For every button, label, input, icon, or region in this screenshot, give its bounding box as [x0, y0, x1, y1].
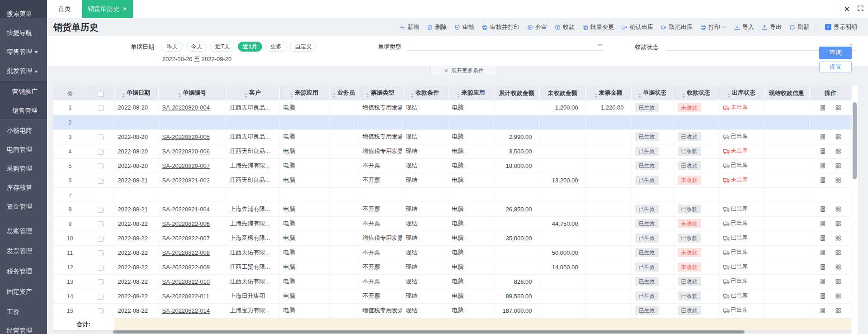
doc-code-link[interactable]: SA-20220820-004	[162, 104, 210, 111]
sort-icon[interactable]	[638, 93, 641, 98]
column-header-收款状态[interactable]: 收款状态	[674, 86, 719, 100]
table-row[interactable]: 102022-08-22SA-20220822-007上海爱枫有限...电脑增值…	[53, 231, 852, 245]
column-header-票据类型[interactable]: 票据类型	[359, 86, 402, 100]
table-row[interactable]: 122022-08-22SA-20220822-009江西工贸有限...电脑不开…	[53, 260, 852, 274]
toolbar-confirm-outbound-button[interactable]: 确认出库	[622, 23, 653, 31]
column-header-来源应用[interactable]: 来源应用	[279, 86, 329, 100]
sidebar-item-营销推广[interactable]: 营销推广	[0, 86, 47, 97]
apps-icon[interactable]	[835, 220, 841, 227]
doc-code-link[interactable]: SA-20220822-006	[162, 220, 210, 227]
horizontal-scrollbar[interactable]	[113, 330, 745, 334]
row-checkbox[interactable]	[98, 221, 104, 227]
doc-search-icon[interactable]	[820, 134, 826, 140]
column-settings-header[interactable]	[53, 86, 87, 100]
fullscreen-icon[interactable]	[858, 5, 863, 13]
apps-icon[interactable]	[835, 278, 841, 285]
tab-home[interactable]: 首页	[47, 0, 82, 18]
vertical-scrollbar[interactable]	[853, 102, 857, 179]
doc-search-icon[interactable]	[820, 148, 826, 154]
doc-code-link[interactable]: SA-20220820-007	[162, 162, 210, 169]
show-detail-toggle[interactable]: ✓显示明细	[825, 23, 857, 31]
table-row[interactable]: 42022-08-20SA-20220820-006江西无印良品...电脑增值税…	[53, 144, 852, 158]
toolbar-delete-button[interactable]: 删除	[427, 23, 447, 31]
column-header-出库状态[interactable]: 出库状态	[719, 86, 764, 100]
date-range-value[interactable]: 2022-08-20 至 2022-09-20	[162, 55, 231, 63]
doc-code-link[interactable]: SA-20220822-008	[162, 249, 210, 256]
row-checkbox[interactable]	[98, 308, 104, 314]
doc-code-link[interactable]: SA-20220820-006	[162, 148, 210, 155]
toolbar-audit-button[interactable]: 审核	[454, 23, 474, 31]
sidebar-item-总账管理[interactable]: 总账管理	[0, 225, 47, 236]
sidebar-item-小畅电商[interactable]: 小畅电商	[0, 125, 47, 136]
select-all-checkbox[interactable]	[98, 91, 104, 97]
row-checkbox[interactable]	[98, 207, 104, 213]
row-checkbox[interactable]	[98, 134, 104, 140]
doc-code-link[interactable]: SA-20220822-009	[162, 264, 210, 271]
toolbar-cancel-outbound-button[interactable]: 取消出库	[661, 23, 693, 31]
sort-icon[interactable]	[594, 93, 597, 98]
row-checkbox[interactable]	[98, 163, 104, 169]
doc-search-icon[interactable]	[820, 264, 826, 270]
sort-icon[interactable]	[411, 93, 414, 98]
sidebar-item-零售管理[interactable]: 零售管理	[0, 46, 47, 57]
column-header-来源应用[interactable]: 来源应用	[448, 86, 494, 100]
sort-icon[interactable]	[245, 93, 247, 98]
close-icon[interactable]: ✕	[844, 5, 850, 14]
doc-type-select[interactable]	[407, 39, 604, 51]
apps-icon[interactable]	[835, 307, 841, 314]
table-row[interactable]: 152022-08-22SA-20220822-014上海宝力有限...电脑增值…	[53, 303, 852, 318]
tab-sales-history[interactable]: 销货单历史 ✕	[82, 0, 133, 18]
settings-button[interactable]: 设置	[819, 62, 852, 72]
sort-icon[interactable]	[178, 93, 181, 98]
table-row[interactable]: 132022-08-22SA-20220822-010江西天佑有限...电脑不开…	[53, 274, 852, 289]
doc-code-link[interactable]: SA-20220822-007	[162, 235, 210, 242]
doc-code-link[interactable]: SA-20220820-005	[162, 134, 210, 140]
table-row[interactable]: 92022-08-22SA-20220822-006上海先浦有限...电脑不开票…	[53, 216, 852, 231]
sidebar-item-销售管理[interactable]: 销售管理	[0, 105, 47, 116]
doc-search-icon[interactable]	[820, 249, 826, 256]
doc-code-link[interactable]: SA-20220821-004	[162, 206, 210, 213]
sort-icon[interactable]	[366, 93, 369, 98]
doc-code-link[interactable]: SA-20220822-010	[162, 278, 210, 285]
row-checkbox[interactable]	[98, 149, 104, 155]
sidebar-item-固定资产[interactable]: 固定资产	[0, 286, 47, 297]
row-checkbox[interactable]	[98, 178, 104, 184]
apps-icon[interactable]	[835, 148, 841, 154]
doc-search-icon[interactable]	[820, 162, 826, 169]
table-row[interactable]: 7	[53, 187, 852, 202]
sidebar-item-搜索菜单[interactable]: 搜索菜单	[0, 8, 47, 19]
row-checkbox[interactable]	[98, 236, 104, 242]
table-row[interactable]: 52022-08-20SA-20220820-007上海先浦有限...电脑不开票…	[53, 158, 852, 173]
column-header-单据日期[interactable]: 单据日期	[114, 86, 158, 100]
doc-code-link[interactable]: SA-20220822-014	[162, 307, 210, 314]
column-header-发票金额[interactable]: 发票金额	[585, 86, 631, 100]
toolbar-print-button[interactable]: 打印	[700, 23, 726, 31]
toolbar-audit-print-button[interactable]: 审核并打印	[482, 23, 519, 31]
checked-checkbox-icon[interactable]: ✓	[825, 24, 831, 30]
sort-icon[interactable]	[457, 93, 460, 98]
apps-icon[interactable]	[835, 264, 841, 270]
sidebar-item-工资[interactable]: 工资	[0, 306, 47, 317]
sort-icon[interactable]	[333, 93, 335, 98]
table-row[interactable]: 142022-08-22SA-20220822-011上海日升集团电脑不开票现结…	[53, 289, 852, 303]
doc-search-icon[interactable]	[820, 307, 826, 314]
date-preset-昨天[interactable]: 昨天	[161, 42, 183, 52]
apps-icon[interactable]	[835, 134, 841, 140]
date-preset-更多[interactable]: 更多	[265, 42, 287, 52]
apps-icon[interactable]	[835, 162, 841, 169]
doc-search-icon[interactable]	[820, 293, 826, 299]
column-header-单据状态[interactable]: 单据状态	[631, 86, 674, 100]
table-row[interactable]: 2	[53, 115, 852, 129]
date-preset-近1月[interactable]: 近1月	[238, 42, 262, 52]
doc-search-icon[interactable]	[820, 105, 826, 111]
sidebar-item-采购管理[interactable]: 采购管理	[0, 163, 47, 174]
toolbar-refresh-button[interactable]: 刷新	[789, 23, 809, 31]
column-header-收款条件[interactable]: 收款条件	[402, 86, 448, 100]
toolbar-add-button[interactable]: 新增	[399, 23, 419, 31]
row-checkbox[interactable]	[98, 279, 104, 285]
expand-more-conditions[interactable]: 展开更多条件	[430, 66, 497, 76]
column-header-业务员[interactable]: 业务员	[329, 86, 359, 100]
sidebar-item-税务管理[interactable]: 税务管理	[0, 266, 47, 277]
date-preset-近7天[interactable]: 近7天	[210, 42, 235, 52]
toolbar-receive-payment-button[interactable]: 收款	[555, 23, 575, 31]
